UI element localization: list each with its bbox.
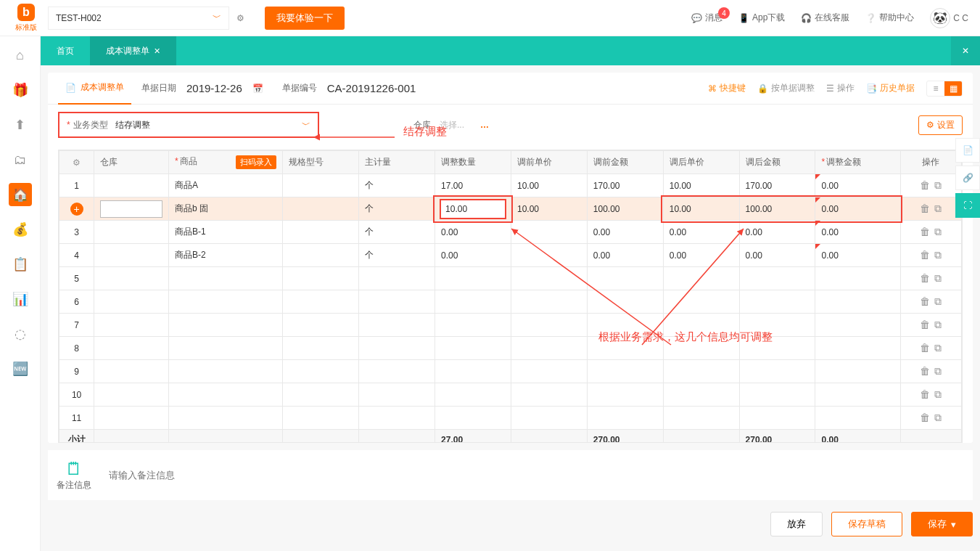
nav-cloud-icon[interactable]: ⬆ bbox=[9, 113, 32, 136]
delete-icon[interactable]: 🗑 bbox=[920, 272, 930, 284]
subtotal-qty: 27.00 bbox=[435, 430, 511, 444]
messages-link[interactable]: 💬 消息 4 bbox=[691, 12, 722, 24]
calendar-icon[interactable]: 📅 bbox=[252, 83, 263, 94]
table-row[interactable]: 11🗑⧉ bbox=[59, 407, 962, 430]
chevron-down-icon: ▾ bbox=[951, 519, 956, 530]
nav-warehouse-icon[interactable]: 🏠 bbox=[9, 183, 32, 206]
warehouse-cell-input[interactable] bbox=[100, 200, 162, 218]
shortcut-link[interactable]: ⌘快捷键 bbox=[708, 82, 746, 94]
user-menu[interactable]: 🐼 C C bbox=[930, 8, 968, 28]
nav-home-icon[interactable]: ⌂ bbox=[9, 44, 32, 67]
th-unit: 主计量 bbox=[359, 151, 435, 174]
nav-report-icon[interactable]: 📊 bbox=[9, 287, 32, 311]
table-row[interactable]: 9🗑⧉ bbox=[59, 360, 962, 383]
table-row[interactable]: 4商品B-2个0.000.000.000.000.00🗑⧉ bbox=[59, 244, 962, 267]
copy-icon[interactable]: ⧉ bbox=[934, 365, 942, 377]
copy-icon[interactable]: ⧉ bbox=[934, 342, 942, 354]
copy-icon[interactable]: ⧉ bbox=[934, 295, 942, 307]
save-button[interactable]: 保存▾ bbox=[911, 512, 973, 536]
ellipsis-icon[interactable]: … bbox=[480, 120, 489, 130]
copy-icon[interactable]: ⧉ bbox=[934, 226, 942, 237]
user-name: C C bbox=[953, 13, 968, 23]
nav-briefcase-icon[interactable]: 🗂 bbox=[9, 148, 32, 171]
table-row[interactable]: 10🗑⧉ bbox=[59, 383, 962, 407]
card-tab-cost-adjust[interactable]: 📄 成本调整单 bbox=[58, 73, 131, 105]
dock-expand-icon[interactable]: ⛶ bbox=[955, 193, 980, 218]
nav-clipboard-icon[interactable]: 📋 bbox=[9, 253, 32, 276]
cancel-button[interactable]: 放弃 bbox=[770, 512, 823, 536]
scan-input-tag[interactable]: 扫码录入 bbox=[236, 155, 276, 169]
gear-icon: ⚙ bbox=[926, 120, 934, 130]
business-type-select[interactable]: * 业务类型 结存调整 ﹀ bbox=[58, 112, 319, 138]
remark-input[interactable] bbox=[109, 470, 964, 481]
delete-icon[interactable]: 🗑 bbox=[920, 388, 930, 400]
by-bill-link[interactable]: 🔒按单据调整 bbox=[757, 82, 815, 94]
nav-new-icon[interactable]: 🆕 bbox=[9, 357, 32, 380]
delete-icon[interactable]: 🗑 bbox=[920, 179, 930, 191]
delete-icon[interactable]: 🗑 bbox=[920, 295, 930, 307]
org-settings-icon[interactable]: ⚙ bbox=[236, 13, 244, 23]
delete-icon[interactable]: 🗑 bbox=[920, 203, 930, 214]
phone-icon: 📱 bbox=[738, 13, 749, 23]
table-row[interactable]: 6🗑⧉ bbox=[59, 290, 962, 314]
qty-cell-input[interactable]: 10.00 bbox=[440, 199, 506, 219]
copy-icon[interactable]: ⧉ bbox=[934, 412, 942, 423]
table-row[interactable]: 5🗑⧉ bbox=[59, 267, 962, 290]
copy-icon[interactable]: ⧉ bbox=[934, 319, 942, 330]
history-icon: 📑 bbox=[866, 83, 877, 94]
gear-icon[interactable]: ⚙ bbox=[73, 158, 81, 168]
view-toggle[interactable]: ≡ ▦ bbox=[926, 81, 963, 97]
grid-view-icon[interactable]: ▦ bbox=[944, 81, 962, 96]
code-value: CA-20191226-001 bbox=[327, 82, 416, 94]
close-icon[interactable]: ✕ bbox=[154, 46, 160, 56]
list-view-icon[interactable]: ≡ bbox=[927, 81, 944, 96]
nav-money-icon[interactable]: 💰 bbox=[9, 218, 32, 241]
delete-icon[interactable]: 🗑 bbox=[920, 342, 930, 354]
org-value: TEST-H002 bbox=[56, 13, 102, 23]
org-selector[interactable]: TEST-H002 ﹀ bbox=[48, 7, 229, 30]
add-row-icon[interactable]: + bbox=[70, 203, 83, 216]
delete-icon[interactable]: 🗑 bbox=[920, 226, 930, 237]
notepad-icon: 🗒 bbox=[64, 459, 84, 479]
dock-link-icon[interactable]: 🔗 bbox=[955, 166, 980, 190]
save-draft-button[interactable]: 保存草稿 bbox=[831, 512, 902, 536]
table-row[interactable]: 7🗑⧉ bbox=[59, 314, 962, 337]
help-link[interactable]: ❔ 帮助中心 bbox=[865, 12, 914, 24]
copy-icon[interactable]: ⧉ bbox=[934, 249, 942, 261]
nav-loading-icon[interactable]: ◌ bbox=[9, 322, 32, 346]
tab-home[interactable]: 首页 bbox=[41, 36, 90, 65]
copy-icon[interactable]: ⧉ bbox=[934, 272, 942, 284]
app-download-link[interactable]: 📱 App下载 bbox=[738, 12, 785, 24]
copy-icon[interactable]: ⧉ bbox=[934, 388, 942, 400]
th-preamount: 调前金额 bbox=[587, 151, 663, 174]
operate-link[interactable]: ☰操作 bbox=[826, 82, 855, 94]
settings-button[interactable]: ⚙ 设置 bbox=[918, 115, 963, 135]
warehouse-label: 仓库 bbox=[413, 119, 431, 131]
table-row[interactable]: +商品b 固个10.0010.00100.0010.00100.000.00🗑⧉ bbox=[59, 197, 962, 221]
service-link[interactable]: 🎧 在线客服 bbox=[801, 12, 849, 24]
copy-icon[interactable]: ⧉ bbox=[934, 179, 942, 191]
business-type-label: 业务类型 bbox=[73, 119, 108, 131]
table-row[interactable]: 3商品B-1个0.000.000.000.000.00🗑⧉ bbox=[59, 221, 962, 244]
delete-icon[interactable]: 🗑 bbox=[920, 412, 930, 423]
copy-icon[interactable]: ⧉ bbox=[934, 203, 942, 214]
delete-icon[interactable]: 🗑 bbox=[920, 249, 930, 261]
chat-icon: 💬 bbox=[691, 13, 702, 23]
table-row[interactable]: 8🗑⧉ bbox=[59, 337, 962, 360]
history-link[interactable]: 📑历史单据 bbox=[866, 82, 915, 94]
table-row[interactable]: 1商品A个17.0010.00170.0010.00170.000.00🗑⧉ bbox=[59, 174, 962, 197]
tabbar: 首页 成本调整单 ✕ ✕ bbox=[41, 36, 980, 65]
date-value[interactable]: 2019-12-26 bbox=[186, 82, 242, 94]
dock-doc-icon[interactable]: 📄 bbox=[955, 138, 980, 163]
subtotal-adjamount: 0.00 bbox=[815, 430, 900, 444]
keyboard-icon: ⌘ bbox=[708, 83, 717, 94]
right-dock: 📄 🔗 ⛶ bbox=[955, 138, 980, 218]
delete-icon[interactable]: 🗑 bbox=[920, 319, 930, 330]
delete-icon[interactable]: 🗑 bbox=[920, 365, 930, 377]
tab-cost-adjust[interactable]: 成本调整单 ✕ bbox=[90, 36, 176, 65]
nav-gift-icon[interactable]: 🎁 bbox=[9, 78, 32, 102]
chevron-down-icon: ﹀ bbox=[302, 119, 310, 131]
try-button[interactable]: 我要体验一下 bbox=[265, 7, 345, 30]
tabbar-close-icon[interactable]: ✕ bbox=[951, 36, 980, 65]
warehouse-select[interactable]: 选择... bbox=[440, 119, 464, 131]
